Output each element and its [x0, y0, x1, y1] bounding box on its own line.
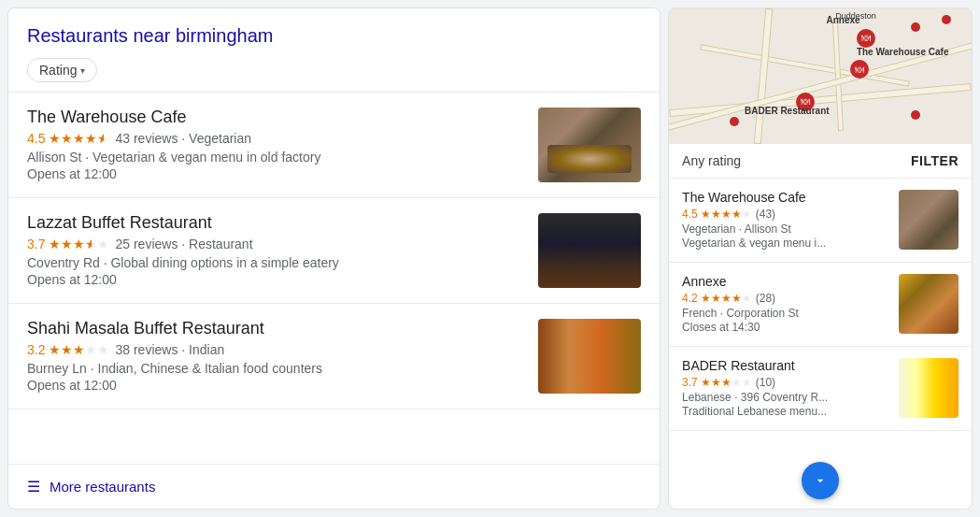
- filter-row: Rating ▾: [27, 58, 641, 82]
- right-rating-num: 3.7: [682, 376, 698, 389]
- right-desc: French · Corporation St: [682, 307, 889, 320]
- map-pin-extra: [911, 22, 920, 32]
- right-desc: Lebanese · 396 Coventry R...: [682, 391, 889, 404]
- stars: ★ ★ ★ ★ ★: [49, 131, 109, 146]
- right-rating-num: 4.5: [682, 208, 698, 221]
- map-pin-annexe[interactable]: 🍽: [857, 29, 875, 48]
- right-star: ★: [742, 376, 752, 389]
- right-reviews: (43): [756, 208, 775, 221]
- right-star: ★: [711, 208, 721, 221]
- restaurant-desc: Coventry Rd · Global dining options in a…: [27, 255, 527, 270]
- restaurant-item[interactable]: Shahi Masala Buffet Restaurant 3.2 ★ ★ ★…: [8, 304, 660, 409]
- map-pin-extra: [942, 15, 951, 24]
- star-5: ★: [97, 131, 109, 146]
- star-3: ★: [73, 342, 85, 357]
- filter-button[interactable]: FILTER: [911, 153, 959, 168]
- right-star: ★: [711, 376, 721, 389]
- star-2: ★: [61, 342, 73, 357]
- right-panel: Duddeston 🍽 Annexe 🍽 The Warehouse Cafe …: [668, 7, 973, 510]
- right-restaurant-image: [899, 274, 959, 334]
- restaurant-item[interactable]: The Warehouse Cafe 4.5 ★ ★ ★ ★ ★ 43 revi…: [8, 93, 660, 198]
- right-restaurant-info: The Warehouse Cafe 4.5 ★ ★ ★ ★ ★ (43) Ve…: [682, 190, 889, 251]
- right-restaurant-image: [899, 190, 959, 250]
- star-5: ★: [97, 342, 109, 357]
- restaurant-item[interactable]: Lazzat Buffet Restaurant 3.7 ★ ★ ★ ★ ★ 2…: [8, 198, 660, 304]
- restaurant-desc: Allison St · Vegetarian & vegan menu in …: [27, 150, 527, 165]
- right-star: ★: [721, 208, 731, 221]
- restaurant-name: The Warehouse Cafe: [27, 108, 527, 127]
- rating-number: 4.5: [27, 131, 45, 146]
- map-label-bader: BADER Restaurant: [745, 106, 830, 116]
- restaurant-info: The Warehouse Cafe 4.5 ★ ★ ★ ★ ★ 43 revi…: [27, 108, 527, 181]
- right-star: ★: [701, 376, 711, 389]
- rating-filter-label: Rating: [39, 63, 77, 78]
- right-stars: ★ ★ ★ ★ ★: [701, 292, 752, 305]
- restaurant-desc: Burney Ln · Indian, Chinese & Italian fo…: [27, 361, 527, 376]
- star-3: ★: [73, 131, 85, 146]
- right-reviews: (10): [756, 376, 775, 389]
- reviews-type: 38 reviews · Indian: [115, 342, 224, 357]
- search-header: Restaurants near birmingham Rating ▾: [8, 8, 660, 93]
- right-stars: ★ ★ ★ ★ ★: [701, 376, 752, 389]
- map-label-warehouse: The Warehouse Cafe: [857, 47, 949, 57]
- star-4: ★: [85, 237, 97, 251]
- right-rating-num: 4.2: [682, 292, 698, 305]
- road: [754, 8, 774, 144]
- map-pin-extra: [911, 110, 920, 120]
- right-restaurant-item[interactable]: Annexe 4.2 ★ ★ ★ ★ ★ (28) French · Corpo…: [669, 263, 972, 347]
- right-restaurant-name: BADER Restaurant: [682, 358, 889, 373]
- right-rating-row: 3.7 ★ ★ ★ ★ ★ (10): [682, 376, 889, 389]
- map-pin-extra: [730, 117, 739, 126]
- right-restaurant-item[interactable]: The Warehouse Cafe 4.5 ★ ★ ★ ★ ★ (43) Ve…: [669, 179, 972, 263]
- rating-row: 3.2 ★ ★ ★ ★ ★ 38 reviews · Indian: [27, 342, 527, 357]
- rating-filter-button[interactable]: Rating ▾: [27, 58, 97, 82]
- right-desc2: Vegetarian & vegan menu i...: [682, 237, 889, 250]
- restaurant-info: Lazzat Buffet Restaurant 3.7 ★ ★ ★ ★ ★ 2…: [27, 213, 527, 287]
- star-5: ★: [97, 237, 109, 251]
- right-star: ★: [742, 208, 752, 221]
- rating-row: 4.5 ★ ★ ★ ★ ★ 43 reviews · Vegetarian: [27, 131, 527, 146]
- rating-number: 3.2: [27, 342, 45, 357]
- restaurant-hours: Opens at 12:00: [27, 378, 527, 393]
- star-4: ★: [85, 131, 97, 146]
- map-background: Duddeston 🍽 Annexe 🍽 The Warehouse Cafe …: [669, 8, 972, 144]
- down-btn-container: [669, 452, 972, 509]
- restaurant-image: [538, 108, 641, 182]
- right-star: ★: [731, 208, 742, 221]
- star-1: ★: [49, 131, 61, 146]
- right-restaurant-name: Annexe: [682, 274, 889, 289]
- star-4: ★: [85, 342, 97, 357]
- right-desc: Vegetarian · Allison St: [682, 223, 889, 236]
- left-panel: Restaurants near birmingham Rating ▾ The…: [7, 7, 660, 510]
- right-star: ★: [742, 292, 752, 305]
- right-star: ★: [701, 208, 711, 221]
- any-rating-label: Any rating: [682, 153, 741, 168]
- right-restaurant-info: Annexe 4.2 ★ ★ ★ ★ ★ (28) French · Corpo…: [682, 274, 889, 335]
- list-icon: ☰: [27, 478, 40, 495]
- right-rating-row: 4.5 ★ ★ ★ ★ ★ (43): [682, 208, 889, 221]
- chevron-down-icon: [813, 473, 828, 488]
- right-restaurant-image: [899, 358, 959, 418]
- more-restaurants-button[interactable]: ☰ More restaurants: [8, 464, 660, 509]
- scroll-down-button[interactable]: [802, 462, 839, 499]
- map-area[interactable]: Duddeston 🍽 Annexe 🍽 The Warehouse Cafe …: [669, 8, 972, 144]
- reviews-type: 25 reviews · Restaurant: [115, 237, 252, 251]
- right-stars: ★ ★ ★ ★ ★: [701, 208, 752, 221]
- rating-row: 3.7 ★ ★ ★ ★ ★ 25 reviews · Restaurant: [27, 237, 527, 251]
- star-3: ★: [73, 237, 85, 251]
- right-restaurant-info: BADER Restaurant 3.7 ★ ★ ★ ★ ★ (10) Leba…: [682, 358, 889, 419]
- right-star: ★: [731, 292, 742, 305]
- right-star: ★: [731, 376, 742, 389]
- map-label-annexe: Annexe: [827, 15, 860, 25]
- search-title: Restaurants near birmingham: [27, 25, 641, 47]
- stars: ★ ★ ★ ★ ★: [49, 237, 109, 251]
- right-star: ★: [711, 292, 721, 305]
- right-reviews: (28): [756, 292, 775, 305]
- right-desc2: Closes at 14:30: [682, 321, 889, 334]
- right-restaurant-list: The Warehouse Cafe 4.5 ★ ★ ★ ★ ★ (43) Ve…: [669, 179, 972, 452]
- star-1: ★: [49, 342, 61, 357]
- rating-number: 3.7: [27, 237, 45, 251]
- star-2: ★: [61, 131, 73, 146]
- right-restaurant-item[interactable]: BADER Restaurant 3.7 ★ ★ ★ ★ ★ (10) Leba…: [669, 347, 972, 431]
- restaurant-list: The Warehouse Cafe 4.5 ★ ★ ★ ★ ★ 43 revi…: [8, 93, 660, 464]
